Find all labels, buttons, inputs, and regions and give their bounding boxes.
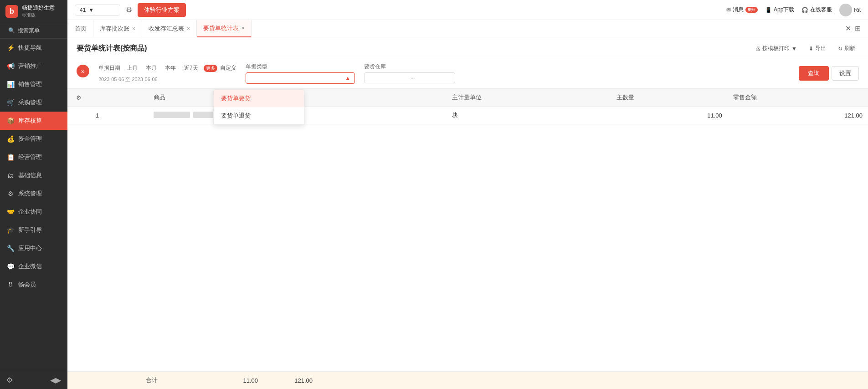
date-7days-btn[interactable]: 近7天 bbox=[181, 63, 201, 73]
main-area: 41 ▼ ⚙ 体验行业方案 ✉ 消息 99+ 📱 App下载 🎧 在线客服 R bbox=[67, 0, 868, 389]
sidebar-item-quick-nav[interactable]: ⚡ 快捷导航 bbox=[0, 39, 67, 57]
sidebar-item-label: 企业微信 bbox=[18, 262, 42, 271]
user-profile-btn[interactable]: Rit bbox=[839, 4, 861, 16]
table-row: 1 块 11.00 121.00 bbox=[67, 107, 868, 124]
tab-home-label: 首页 bbox=[75, 25, 87, 33]
sales-icon: 📊 bbox=[6, 80, 15, 88]
type-dropdown-up-icon[interactable]: ▲ bbox=[345, 75, 351, 82]
page-title: 要货单统计表(按商品) bbox=[77, 44, 147, 53]
app-download-label: App下载 bbox=[774, 6, 794, 14]
sidebar-item-label: 企业协同 bbox=[18, 208, 42, 216]
message-badge: 99+ bbox=[745, 7, 758, 13]
sidebar-item-marketing[interactable]: 📢 营销推广 bbox=[0, 57, 67, 75]
message-label: 消息 bbox=[733, 6, 744, 14]
user-avatar bbox=[839, 4, 852, 16]
marketing-icon: 📢 bbox=[6, 62, 15, 70]
tab-inventory-batch-close[interactable]: × bbox=[132, 26, 135, 32]
wechat-icon: 💬 bbox=[6, 262, 15, 271]
page-title-bar: 要货单统计表(按商品) 🖨 按模板打印 ▼ ⬇ 导出 ↻ 刷新 bbox=[67, 37, 868, 58]
sidebar-item-onboarding[interactable]: 🎓 新手引导 bbox=[0, 221, 67, 239]
header-settings-icon[interactable]: ⚙ bbox=[126, 5, 132, 14]
filter-expand-btn[interactable]: » bbox=[77, 65, 89, 77]
sidebar-item-label: 经营管理 bbox=[18, 153, 42, 161]
sidebar-item-app-center[interactable]: 🔧 应用中心 bbox=[0, 239, 67, 257]
sidebar-item-label: 销售管理 bbox=[18, 80, 42, 88]
trial-button[interactable]: 体验行业方案 bbox=[138, 3, 186, 17]
settings-button[interactable]: 设置 bbox=[832, 66, 859, 81]
tab-receive-summary-label: 收发存汇总表 bbox=[149, 25, 184, 33]
inventory-icon: 📦 bbox=[6, 117, 15, 125]
shop-name: 41 bbox=[80, 7, 86, 13]
refresh-btn[interactable]: ↻ 刷新 bbox=[834, 43, 859, 54]
warehouse-filter-label: 要货仓库 bbox=[364, 63, 455, 71]
col-settings[interactable]: ⚙ bbox=[67, 89, 90, 107]
date-this-month-btn[interactable]: 本月 bbox=[143, 63, 159, 73]
query-button[interactable]: 查询 bbox=[799, 66, 829, 81]
print-dropdown-icon: ▼ bbox=[791, 46, 797, 52]
sidebar-item-operations[interactable]: 📋 经营管理 bbox=[0, 148, 67, 166]
sidebar-item-inventory[interactable]: 📦 库存核算 bbox=[0, 112, 67, 130]
row-amount: 121.00 bbox=[728, 107, 868, 124]
search-menu[interactable]: 🔍 搜索菜单 bbox=[0, 23, 67, 39]
sidebar-item-wechat[interactable]: 💬 企业微信 bbox=[0, 257, 67, 276]
tab-receive-summary[interactable]: 收发存汇总表 × bbox=[142, 20, 197, 37]
sidebar-item-label: 畅会员 bbox=[18, 281, 36, 289]
onboarding-icon: 🎓 bbox=[6, 226, 15, 234]
sidebar-item-system[interactable]: ⚙ 系统管理 bbox=[0, 184, 67, 203]
warehouse-filter-input-wrapper[interactable]: ··· bbox=[364, 72, 455, 83]
row-qty: 11.00 bbox=[611, 107, 728, 124]
app-download-btn[interactable]: 📱 App下载 bbox=[765, 6, 794, 14]
tab-bar: 首页 库存批次账 × 收发存汇总表 × 要货单统计表 × ✕ ⊞ bbox=[67, 20, 868, 37]
type-filter-input-wrapper[interactable]: ▲ bbox=[246, 72, 355, 84]
date-filter-row: 单据日期 上月 本月 本年 近7天 更多 自定义 bbox=[98, 63, 236, 73]
sidebar-item-basic-info[interactable]: 🗂 基础信息 bbox=[0, 166, 67, 184]
app-name: 畅捷通好生意 bbox=[22, 5, 55, 12]
online-service-btn[interactable]: 🎧 在线客服 bbox=[801, 6, 832, 14]
message-icon: ✉ bbox=[726, 7, 731, 13]
dropdown-item-return[interactable]: 要货单退货 bbox=[214, 107, 304, 124]
sidebar-item-members[interactable]: 🎖 畅会员 bbox=[0, 276, 67, 294]
basic-info-icon: 🗂 bbox=[6, 171, 15, 179]
date-custom-btn[interactable]: 自定义 bbox=[220, 64, 236, 72]
app-center-icon: 🔧 bbox=[6, 244, 15, 252]
tab-requisition-stat-close[interactable]: × bbox=[241, 25, 245, 31]
col-amount: 零售金额 bbox=[728, 89, 868, 107]
header-right: ✉ 消息 99+ 📱 App下载 🎧 在线客服 Rit bbox=[726, 4, 861, 16]
date-more-badge[interactable]: 更多 bbox=[204, 65, 217, 72]
sidebar: b 畅捷通好生意 标准版 🔍 搜索菜单 ⚡ 快捷导航 📢 营销推广 📊 销售管理… bbox=[0, 0, 67, 389]
sidebar-item-label: 资金管理 bbox=[18, 135, 42, 143]
sidebar-item-purchase[interactable]: 🛒 采购管理 bbox=[0, 93, 67, 112]
sidebar-item-enterprise[interactable]: 🤝 企业协同 bbox=[0, 203, 67, 221]
table-footer: 合计 11.00 121.00 bbox=[67, 371, 868, 389]
service-icon: 🎧 bbox=[801, 7, 808, 13]
date-filter-label: 单据日期 bbox=[98, 64, 120, 72]
sidebar-item-sales[interactable]: 📊 销售管理 bbox=[0, 75, 67, 93]
row-unit: 块 bbox=[447, 107, 611, 124]
date-prev-month-btn[interactable]: 上月 bbox=[124, 63, 140, 73]
sidebar-bottom: ⚙ ◀▶ bbox=[0, 371, 67, 389]
print-template-btn[interactable]: 🖨 按模板打印 ▼ bbox=[751, 43, 801, 54]
refresh-label: 刷新 bbox=[844, 45, 855, 52]
tab-close-all-icon[interactable]: ✕ bbox=[845, 24, 851, 33]
download-icon: 📱 bbox=[765, 7, 772, 13]
tab-receive-summary-close[interactable]: × bbox=[187, 26, 190, 32]
type-filter-group: 单据类型 ▲ bbox=[246, 63, 355, 84]
date-this-year-btn[interactable]: 本年 bbox=[162, 63, 179, 73]
filter-actions: 查询 设置 bbox=[799, 66, 859, 81]
export-btn[interactable]: ⬇ 导出 bbox=[805, 43, 830, 54]
message-btn[interactable]: ✉ 消息 99+ bbox=[726, 6, 758, 14]
tab-home[interactable]: 首页 bbox=[75, 20, 93, 37]
collapse-icon[interactable]: ◀▶ bbox=[50, 376, 61, 384]
tab-expand-icon[interactable]: ⊞ bbox=[855, 24, 861, 33]
type-filter-input[interactable] bbox=[250, 75, 343, 82]
date-range-text: 2023-05-06 至 2023-06-06 bbox=[98, 76, 158, 83]
settings-icon[interactable]: ⚙ bbox=[6, 376, 13, 384]
tab-requisition-stat[interactable]: 要货单统计表 × bbox=[197, 20, 252, 37]
tab-bar-actions: ✕ ⊞ bbox=[845, 24, 861, 33]
warehouse-more-icon[interactable]: ··· bbox=[411, 75, 451, 81]
shop-selector[interactable]: 41 ▼ bbox=[75, 5, 120, 15]
sidebar-item-finance[interactable]: 💰 资金管理 bbox=[0, 130, 67, 148]
dropdown-item-requisition[interactable]: 要货单要货 bbox=[214, 90, 304, 107]
tab-inventory-batch-label: 库存批次账 bbox=[100, 25, 129, 33]
tab-inventory-batch[interactable]: 库存批次账 × bbox=[93, 20, 142, 37]
